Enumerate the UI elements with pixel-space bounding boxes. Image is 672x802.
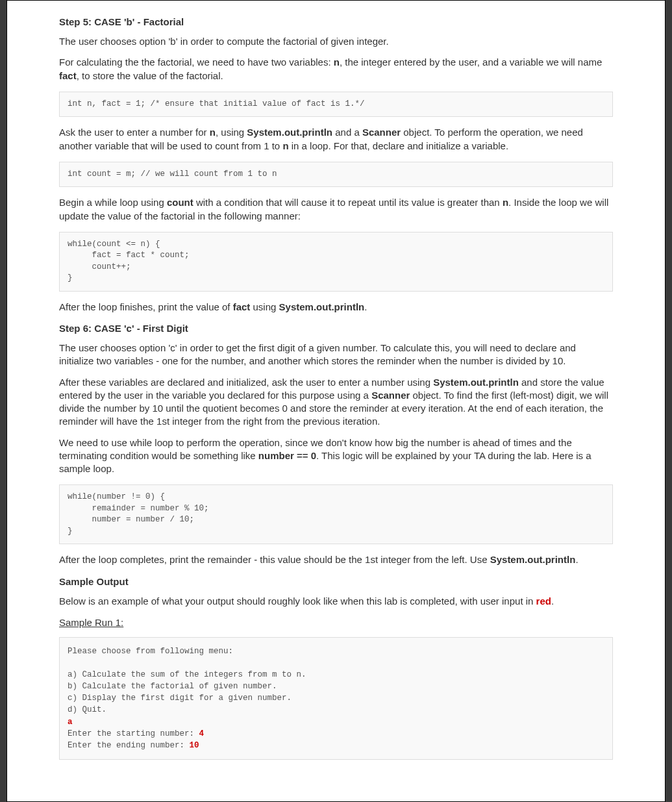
- prompt-line-1: Enter the starting number: 4: [68, 728, 604, 740]
- bold-n: n: [503, 197, 508, 208]
- step5-para3: Ask the user to enter a number for n, us…: [59, 126, 613, 153]
- text: with a condition that will cause it to r…: [193, 197, 503, 208]
- user-input-2: 10: [190, 741, 199, 750]
- text: in a loop. For that, declare and initial…: [289, 140, 509, 151]
- step6-heading: Step 6: CASE 'c' - First Digit: [59, 323, 613, 334]
- bold-println: System.out.println: [247, 127, 332, 138]
- bold-condition: number == 0: [258, 450, 316, 461]
- code-block-3: while(count <= n) { fact = fact * count;…: [59, 232, 613, 292]
- text: .: [364, 301, 367, 312]
- code-block-1: int n, fact = 1; /* ensure that initial …: [59, 92, 613, 118]
- text: After these variables are declared and i…: [59, 377, 433, 388]
- prompt1: Enter the starting number:: [68, 729, 199, 738]
- text: and a: [332, 127, 362, 138]
- menu-option-a: a) Calculate the sum of the integers fro…: [68, 669, 604, 681]
- bold-count: count: [167, 197, 193, 208]
- menu-option-c: c) Display the first digit for a given n…: [68, 692, 604, 704]
- step6-para4: After the loop completes, print the rema…: [59, 553, 613, 566]
- step5-para1: The user chooses option 'b' in order to …: [59, 35, 613, 48]
- code-block-2: int count = m; // we will count from 1 t…: [59, 162, 613, 188]
- text: Below is an example of what your output …: [59, 595, 536, 607]
- step5-para2: For calculating the the factorial, we ne…: [59, 56, 613, 82]
- text: The user chooses option 'b' in order to …: [59, 36, 389, 47]
- document-page: Step 5: CASE 'b' - Factorial The user ch…: [6, 0, 666, 802]
- text: , using: [216, 127, 247, 138]
- bold-println: System.out.println: [279, 301, 365, 312]
- bold-println: System.out.println: [490, 554, 576, 565]
- step6-para3: We need to use while loop to perform the…: [59, 436, 613, 476]
- text: After the loop completes, print the rema…: [59, 554, 490, 565]
- bold-fact: fact: [233, 301, 251, 312]
- sample-run-label: Sample Run 1:: [59, 617, 613, 628]
- text: Ask the user to enter a number for: [59, 127, 210, 138]
- bold-n: n: [210, 127, 216, 138]
- text: .: [575, 554, 578, 565]
- menu-option-b: b) Calculate the factorial of given numb…: [68, 681, 604, 692]
- prompt-line-2: Enter the ending number: 10: [68, 740, 604, 751]
- text: .: [551, 595, 554, 607]
- bold-n: n: [334, 56, 340, 68]
- bold-fact: fact: [59, 70, 77, 81]
- step5-para4: Begin a while loop using count with a co…: [59, 196, 613, 223]
- user-choice: a: [68, 716, 604, 728]
- user-input-1: 4: [199, 729, 205, 738]
- text: , to store the value of the factorial.: [77, 70, 223, 81]
- sample-intro: Below is an example of what your output …: [59, 595, 613, 608]
- prompt2: Enter the ending number:: [68, 741, 190, 750]
- text: , the integer entered by the user, and a…: [340, 56, 602, 68]
- text: Begin a while loop using: [59, 197, 167, 208]
- text: For calculating the the factorial, we ne…: [59, 56, 334, 68]
- red-text: red: [536, 595, 551, 607]
- bold-println: System.out.println: [433, 377, 519, 388]
- step5-heading: Step 5: CASE 'b' - Factorial: [59, 16, 613, 27]
- output-block: Please choose from following menu: a) Ca…: [59, 637, 613, 760]
- menu-option-d: d) Quit.: [68, 704, 604, 716]
- step6-para2: After these variables are declared and i…: [59, 376, 613, 429]
- step6-para1: The user chooses option 'c' in order to …: [59, 342, 613, 368]
- code-block-4: while(number != 0) { remainder = number …: [59, 484, 613, 544]
- sample-output-heading: Sample Output: [59, 576, 613, 587]
- bold-scanner: Scanner: [362, 127, 401, 138]
- text: After the loop finishes, print the value…: [59, 301, 233, 312]
- bold-n: n: [282, 140, 288, 151]
- bold-scanner: Scanner: [371, 390, 410, 401]
- menu-header: Please choose from following menu:: [68, 645, 604, 657]
- step5-para5: After the loop finishes, print the value…: [59, 301, 613, 314]
- text: using: [250, 301, 279, 312]
